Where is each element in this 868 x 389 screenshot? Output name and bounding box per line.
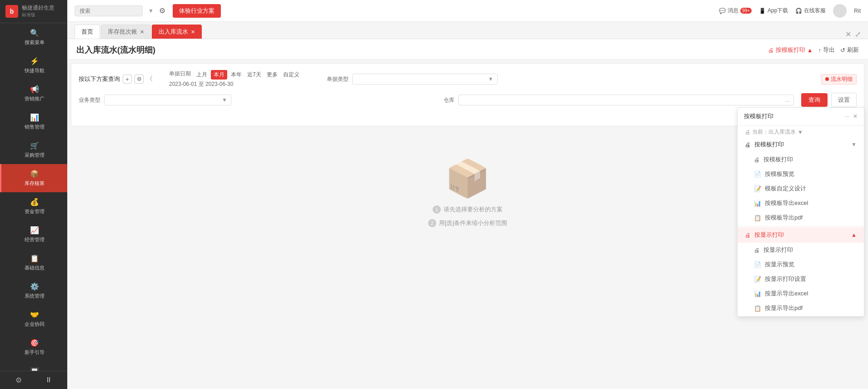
template-print-item[interactable]: 🖨 按模板打印 bbox=[738, 152, 864, 167]
quick-nav-icon: ⚡ bbox=[30, 57, 39, 65]
date-this-year-button[interactable]: 本年 bbox=[229, 70, 244, 80]
dropdown-title: 按模板打印 bbox=[744, 112, 773, 120]
filter-settings-button[interactable]: ⚙ bbox=[135, 75, 144, 84]
export-button[interactable]: ↑ 导出 bbox=[818, 46, 835, 54]
date-more-button[interactable]: 更多 bbox=[265, 70, 279, 80]
online-service-button[interactable]: 🎧 在线客服 bbox=[795, 7, 826, 15]
template-export-excel-item-icon: 📊 bbox=[754, 200, 761, 207]
template-export-excel-item[interactable]: 📊 按模板导出excel bbox=[738, 196, 864, 210]
tab-flow-label: 出入库流水 bbox=[159, 28, 188, 36]
display-preview-item-icon: 📄 bbox=[754, 261, 761, 268]
template-preview-item-icon: 📄 bbox=[754, 171, 761, 178]
sidebar-item-enterprise[interactable]: 🤝 企业协同 bbox=[0, 305, 67, 333]
settings-button[interactable]: 设置 bbox=[831, 93, 857, 107]
settings-bottom-icon[interactable]: ⚙ bbox=[15, 376, 22, 384]
template-print-group-label: 按模板打印 bbox=[754, 140, 784, 149]
tab-expand-icon[interactable]: ⤢ bbox=[855, 30, 861, 39]
trial-button[interactable]: 体验行业方案 bbox=[173, 4, 221, 18]
search-icon: 🔍 bbox=[30, 29, 39, 37]
topbar-search-arrow-icon[interactable]: ▼ bbox=[148, 8, 154, 14]
date-last-month-button[interactable]: 上月 bbox=[195, 70, 209, 80]
dropdown-more-icon[interactable]: ··· bbox=[845, 113, 849, 120]
sidebar-item-label: 快捷导航 bbox=[25, 67, 45, 74]
voucher-type-select[interactable]: ▼ bbox=[352, 74, 498, 85]
display-print-item[interactable]: 🖨 按显示打印 bbox=[738, 243, 864, 257]
tab-batch-account[interactable]: 库存批次账 ✕ bbox=[101, 25, 151, 39]
user-avatar[interactable] bbox=[833, 4, 847, 18]
sidebar-item-guide[interactable]: 🎯 新手引导 bbox=[0, 333, 67, 361]
display-export-excel-item[interactable]: 📊 按显示导出excel bbox=[738, 286, 864, 301]
collapse-sidebar-icon[interactable]: ⏸ bbox=[45, 376, 52, 384]
sidebar-item-sales[interactable]: 📊 销售管理 bbox=[0, 108, 67, 136]
empty-illustration: 📦 bbox=[445, 157, 490, 200]
topbar-gear-icon[interactable]: ⚙ bbox=[159, 6, 165, 15]
display-print-group-arrow-icon: ▲ bbox=[851, 232, 857, 238]
empty-hint-1: 1 请先选择要分析的方案 bbox=[433, 205, 503, 214]
current-label: 🖨 当前：出入库流水 ▼ bbox=[745, 128, 857, 136]
sidebar-item-inventory[interactable]: 📦 库存核算 bbox=[0, 164, 67, 192]
dropdown-header: 按模板打印 ··· ✕ bbox=[738, 108, 864, 125]
sidebar-item-app-center[interactable]: 🔲 应用中心 bbox=[0, 361, 67, 371]
filter-collapse-icon[interactable]: 《 bbox=[146, 75, 153, 83]
tab-batch-account-close-icon[interactable]: ✕ bbox=[140, 29, 144, 35]
topbar-right: 💬 消息 99+ 📱 App下载 🎧 在线客服 Rit bbox=[719, 4, 861, 18]
display-print-settings-item[interactable]: 📝 按显示打印设置 bbox=[738, 272, 864, 286]
template-preview-item[interactable]: 📄 按模板预览 bbox=[738, 167, 864, 181]
filter-add-button[interactable]: + bbox=[123, 75, 132, 84]
sidebar-item-system[interactable]: ⚙️ 系统管理 bbox=[0, 277, 67, 305]
sidebar-item-finance[interactable]: 💰 资金管理 bbox=[0, 192, 67, 220]
sidebar-item-label: 经营管理 bbox=[25, 236, 45, 243]
sidebar-item-label: 销售管理 bbox=[25, 124, 45, 130]
inventory-icon: 📦 bbox=[30, 170, 39, 178]
sidebar-item-label: 库存核算 bbox=[25, 180, 45, 187]
business-type-select[interactable]: ▼ bbox=[104, 95, 231, 105]
flow-detail-tag: 流水明细 bbox=[821, 74, 857, 85]
sidebar-item-search[interactable]: 🔍 搜索菜单 bbox=[0, 23, 67, 51]
display-export-excel-item-label: 按显示导出excel bbox=[765, 289, 808, 298]
tab-home[interactable]: 首页 bbox=[75, 25, 100, 39]
query-button[interactable]: 查询 bbox=[801, 93, 828, 107]
current-label-row: 🖨 当前：出入库流水 ▼ bbox=[738, 125, 864, 137]
template-print-group-header[interactable]: 🖨 按模板打印 ▼ bbox=[738, 137, 864, 152]
voucher-type-label: 单据类型 bbox=[327, 75, 349, 83]
warehouse-label: 仓库 bbox=[444, 96, 454, 104]
tab-flow[interactable]: 出入库流水 ✕ bbox=[152, 25, 202, 39]
display-preview-item[interactable]: 📄 按显示预览 bbox=[738, 257, 864, 272]
sidebar-item-purchase[interactable]: 🛒 采购管理 bbox=[0, 136, 67, 164]
guide-icon: 🎯 bbox=[30, 339, 39, 347]
message-button[interactable]: 💬 消息 99+ bbox=[719, 7, 752, 15]
business-type-arrow-icon: ▼ bbox=[222, 97, 227, 103]
topbar-search-input[interactable] bbox=[75, 5, 143, 16]
content-area: 按以下方案查询 + ⚙ 《 单据日期 上月 本月 本年 近7天 bbox=[67, 60, 868, 389]
dropdown-close-icon[interactable]: ✕ bbox=[853, 113, 858, 120]
tab-flow-close-icon[interactable]: ✕ bbox=[191, 29, 195, 35]
template-print-button[interactable]: 🖨 按模板打印 ▲ bbox=[768, 46, 813, 54]
sidebar-item-operation[interactable]: 📈 经营管理 bbox=[0, 220, 67, 249]
filter-row-2: 业务类型 ▼ 仓库 ... 查询 设置 bbox=[79, 93, 857, 107]
display-print-group-header[interactable]: 🖨 按显示打印 ▲ bbox=[738, 227, 864, 243]
template-export-pdf-item[interactable]: 📋 按模板导出pdf bbox=[738, 210, 864, 225]
system-icon: ⚙️ bbox=[30, 282, 39, 291]
hint-number-1: 1 bbox=[433, 205, 441, 214]
app-download-button[interactable]: 📱 App下载 bbox=[759, 7, 788, 15]
dropdown-header-actions: ··· ✕ bbox=[845, 113, 858, 120]
template-customize-item[interactable]: 📝 模板自定义设计 bbox=[738, 181, 864, 196]
warehouse-select[interactable]: ... bbox=[458, 95, 794, 105]
display-export-pdf-item-icon: 📋 bbox=[754, 305, 761, 312]
sidebar-item-quick-nav[interactable]: ⚡ 快捷导航 bbox=[0, 51, 67, 80]
date-label: 单据日期 bbox=[169, 70, 191, 78]
template-print-icon: 🖨 bbox=[768, 47, 774, 54]
date-this-month-button[interactable]: 本月 bbox=[211, 70, 227, 80]
flow-detail-label: 流水明细 bbox=[831, 75, 853, 83]
template-print-group-arrow-icon: ▼ bbox=[851, 141, 857, 148]
refresh-button[interactable]: ↺ 刷新 bbox=[840, 46, 859, 54]
sidebar-item-marketing[interactable]: 📢 营销推广 bbox=[0, 80, 67, 108]
tabs-bar: 首页 库存批次账 ✕ 出入库流水 ✕ ✕ ⤢ bbox=[67, 22, 868, 39]
date-custom-button[interactable]: 自定义 bbox=[281, 70, 301, 80]
refresh-label: 刷新 bbox=[847, 46, 859, 54]
tab-close-all-icon[interactable]: ✕ bbox=[845, 30, 851, 39]
display-export-pdf-item[interactable]: 📋 按显示导出pdf bbox=[738, 301, 864, 315]
tab-batch-account-label: 库存批次账 bbox=[108, 28, 137, 36]
sidebar-item-basic[interactable]: 📋 基础信息 bbox=[0, 249, 67, 277]
date-last-7days-button[interactable]: 近7天 bbox=[245, 70, 263, 80]
